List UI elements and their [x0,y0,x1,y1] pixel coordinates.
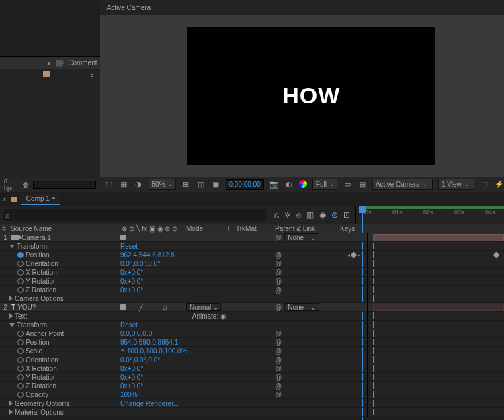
prop-value[interactable]: 100.0,100.0,100.0% [127,347,187,355]
col-source[interactable]: Source Name [8,225,119,233]
prop-value[interactable]: 0x+0.0° [120,365,143,372]
twirl-icon[interactable] [9,323,15,327]
group-material[interactable]: Material Options [0,408,504,417]
pickwhip-icon[interactable]: @ [275,382,282,390]
stopwatch-icon[interactable] [17,392,24,398]
prop-value[interactable]: 0x+0.0° [120,286,143,294]
ruler-icon[interactable]: ⊞ [181,179,191,189]
group-camera-options[interactable]: Camera Options [0,294,504,303]
stopwatch-icon[interactable] [17,278,24,284]
reset-link[interactable]: Reset [120,243,138,250]
fast-preview-icon[interactable]: ⚡ [495,179,504,189]
prop-value[interactable]: 0x+0.0° [120,278,143,285]
pickwhip-icon[interactable]: @ [275,330,282,337]
prop-orientation2[interactable]: Orientation 0.0°,0.0°,0.0° @ [0,355,504,364]
layer-name[interactable]: YOU? [17,304,36,311]
folder-icon[interactable] [43,71,50,77]
stopwatch-icon[interactable] [17,357,24,363]
group-transform[interactable]: Transform Reset [0,242,504,251]
hide-shy-icon[interactable]: ⎋ [296,210,301,220]
prop-value[interactable]: 0x+0.0° [120,269,143,276]
stopwatch-icon[interactable] [17,366,24,372]
stopwatch-icon[interactable] [17,252,24,258]
pickwhip-icon[interactable]: @ [275,269,282,276]
graph-editor-icon[interactable]: ⊘ [331,210,338,220]
stopwatch-icon[interactable] [17,287,24,293]
prop-scale[interactable]: Scale ⚭100.0,100.0,100.0% @ [0,347,504,355]
prop-value[interactable]: 0x+0.0° [120,382,143,390]
pickwhip-icon[interactable]: @ [275,339,282,346]
next-key-icon[interactable]: ▸ [358,252,360,258]
search-input[interactable]: ⌕ [3,209,266,221]
resolution-select[interactable]: Full⌄ [312,179,337,190]
stopwatch-icon[interactable] [17,269,24,276]
prop-value[interactable]: 100% [120,391,138,398]
prop-orientation[interactable]: Orientation 0.0°,0.0°,0.0° @ [0,259,504,268]
stopwatch-icon[interactable] [17,331,24,337]
roi-icon[interactable]: ▭ [343,179,352,189]
layer-name[interactable]: Camera 1 [22,234,51,241]
parent-select[interactable]: None⌄ [284,233,319,241]
keyframe-icon[interactable] [350,251,357,258]
pickwhip-icon[interactable]: @ [275,391,282,398]
prop-position2[interactable]: Position 954.0,590.0,8954.1 @ [0,338,504,347]
prop-value[interactable]: 0.0,0.0,0.0 [120,330,152,337]
keyframe-diamond[interactable] [493,251,500,258]
project-body[interactable]: ⌆ [0,69,100,178]
pixel-aspect-icon[interactable]: ⬚ [480,179,489,189]
frame-blend-icon[interactable]: ▥ [306,210,314,220]
trash-icon[interactable]: 🗑 [22,181,29,189]
bpc-label[interactable]: 8 bpc [4,178,18,192]
layer-bar[interactable] [373,234,504,241]
layer-row-text[interactable]: 2TYOU? ╱⊙ Normal⌄ @None⌄ [0,303,504,312]
stopwatch-icon[interactable] [17,339,24,345]
parent-select[interactable]: None⌄ [284,303,319,311]
prev-key-icon[interactable]: ◂ [347,252,350,258]
prop-opacity[interactable]: Opacity 100% @ [0,390,504,399]
prop-value[interactable]: 954.0,590.0,8954.1 [120,339,178,346]
prop-value[interactable]: 0.0°,0.0°,0.0° [120,260,160,267]
colorwheel-icon[interactable] [299,180,307,188]
change-renderer-link[interactable]: Change Renderer... [120,400,179,407]
composition-canvas[interactable]: HOW [187,27,435,165]
prop-zrotation[interactable]: Z Rotation 0x+0.0° @ [0,286,504,294]
pickwhip-icon[interactable]: @ [275,365,282,372]
zoom-select[interactable]: 50%⌄ [149,179,176,190]
animate-menu-icon[interactable]: ◉ [220,312,226,320]
switch-3d[interactable]: ⊙ [162,304,167,311]
comp-mini-flowchart-icon[interactable]: ⎌ [274,210,279,220]
transparency-icon[interactable]: ▦ [358,179,367,189]
pickwhip-icon[interactable]: @ [275,234,282,241]
camera-select[interactable]: Active Camera⌄ [372,179,433,190]
pickwhip-icon[interactable]: @ [275,374,282,381]
switch-video[interactable] [120,235,126,240]
pickwhip-icon[interactable]: @ [275,278,282,285]
group-text[interactable]: Text Animate: ◉ [0,312,504,321]
prop-yrotation[interactable]: Y Rotation 0x+0.0° @ [0,277,504,286]
tab-comp1[interactable]: Comp 1 ≡ [21,194,61,205]
brainstorm-icon[interactable]: ⊡ [343,210,350,220]
pickwhip-icon[interactable]: @ [275,260,282,267]
prop-zrotation2[interactable]: Z Rotation 0x+0.0° @ [0,382,504,390]
label-icon[interactable] [56,60,64,67]
group-geometry[interactable]: Geometry Options Change Renderer... [0,399,504,408]
prop-value[interactable]: 0.0°,0.0°,0.0° [120,356,160,364]
pickwhip-icon[interactable]: @ [275,356,282,364]
group-transform2[interactable]: Transform Reset [0,321,504,329]
pickwhip-icon[interactable]: @ [275,286,282,294]
prop-value[interactable]: 0x+0.0° [120,374,143,381]
layer-row-camera[interactable]: 1Camera 1 @None⌄ [0,233,504,242]
prop-yrotation2[interactable]: Y Rotation 0x+0.0° @ [0,373,504,382]
grid-icon[interactable]: ▦ [119,179,128,189]
viewer-stage[interactable]: HOW [100,15,504,177]
snapshot-icon[interactable]: 📷 [269,179,279,189]
stopwatch-icon[interactable] [17,348,24,354]
project-slider[interactable] [33,181,96,189]
motion-blur-icon[interactable]: ◉ [319,210,326,220]
prop-anchor[interactable]: Anchor Point 0.0,0.0,0.0 @ [0,329,504,338]
flowchart-icon[interactable]: ⌆ [89,71,95,79]
switch-video[interactable] [120,304,126,310]
twirl-icon[interactable] [9,313,13,319]
draft3d-icon[interactable]: ✲ [284,210,291,220]
prop-value[interactable]: 962.4,544.8,812.8 [120,251,175,259]
